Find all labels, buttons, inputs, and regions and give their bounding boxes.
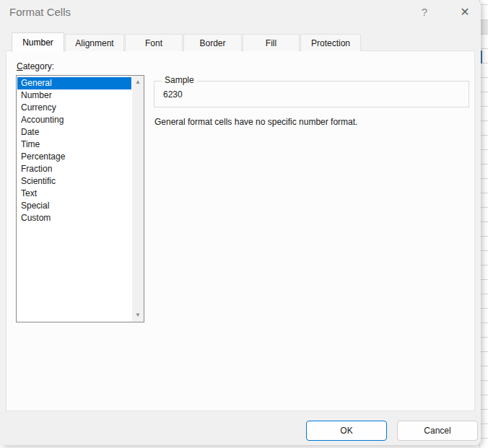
category-list: GeneralNumberCurrencyAccountingDateTimeP…	[17, 77, 131, 224]
tab-border[interactable]: Border	[183, 34, 242, 51]
sample-groupbox: Sample 6230	[154, 81, 469, 107]
tab-protection[interactable]: Protection	[300, 34, 361, 51]
scroll-up-icon[interactable]: ▲	[132, 76, 144, 88]
category-scrollbar[interactable]: ▲ ▼	[132, 76, 144, 322]
category-item-percentage[interactable]: Percentage	[17, 151, 131, 163]
sample-value: 6230	[163, 89, 183, 100]
category-item-number[interactable]: Number	[17, 89, 131, 102]
category-item-accounting[interactable]: Accounting	[17, 114, 131, 126]
format-cells-dialog: Format Cells ? ✕ NumberAlignmentFontBord…	[0, 0, 481, 445]
category-item-fraction[interactable]: Fraction	[17, 163, 131, 175]
cancel-button[interactable]: Cancel	[397, 421, 478, 441]
tab-alignment[interactable]: Alignment	[65, 34, 124, 51]
scroll-down-icon[interactable]: ▼	[132, 309, 144, 321]
category-listbox[interactable]: GeneralNumberCurrencyAccountingDateTimeP…	[16, 75, 144, 322]
category-item-scientific[interactable]: Scientific	[17, 175, 131, 188]
category-label: Category:	[17, 61, 54, 71]
dialog-footer: OK Cancel	[0, 411, 481, 445]
ok-button[interactable]: OK	[306, 421, 387, 441]
help-icon[interactable]: ?	[416, 4, 433, 21]
format-description: General format cells have no specific nu…	[154, 117, 357, 127]
category-item-text[interactable]: Text	[17, 188, 131, 200]
tab-fill[interactable]: Fill	[243, 34, 300, 51]
category-item-special[interactable]: Special	[17, 200, 131, 212]
dialog-title: Format Cells	[9, 6, 71, 18]
category-item-time[interactable]: Time	[17, 139, 131, 151]
tab-number[interactable]: Number	[12, 32, 64, 52]
sample-legend: Sample	[162, 75, 197, 85]
number-tab-panel: Category: GeneralNumberCurrencyAccountin…	[6, 50, 475, 411]
tab-strip: NumberAlignmentFontBorderFillProtection	[12, 32, 362, 51]
close-icon[interactable]: ✕	[456, 3, 474, 22]
tab-font[interactable]: Font	[125, 34, 183, 51]
category-item-currency[interactable]: Currency	[17, 102, 131, 114]
category-item-custom[interactable]: Custom	[17, 212, 131, 224]
category-item-general[interactable]: General	[17, 77, 131, 89]
category-item-date[interactable]: Date	[17, 126, 131, 139]
dialog-titlebar[interactable]: Format Cells ? ✕	[0, 0, 481, 29]
